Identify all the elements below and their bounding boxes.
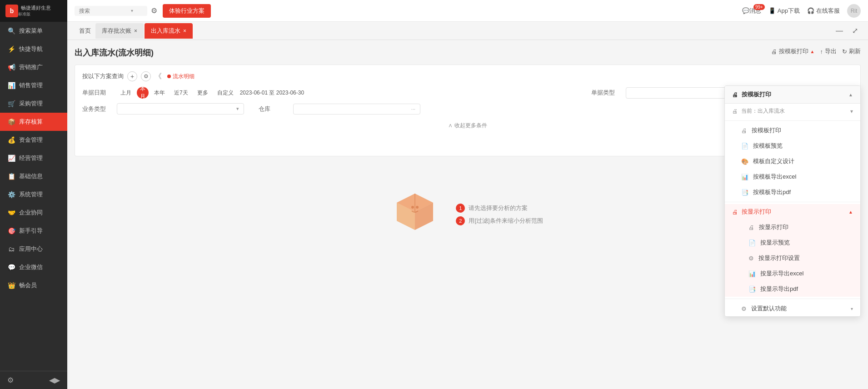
sidebar-item-system[interactable]: ⚙️ 系统管理 (0, 185, 67, 204)
sidebar-item-sales[interactable]: 📊 销售管理 (0, 76, 67, 95)
display-settings-label: 按显示打印设置 (758, 254, 800, 262)
sidebar-label-basic: 基础信息 (19, 172, 43, 180)
warehouse-input[interactable]: ··· (293, 104, 420, 115)
industry-btn[interactable]: 体验行业方案 (163, 4, 211, 18)
search-setting-btn[interactable]: ⚙ (141, 71, 151, 81)
template-export-excel-item[interactable]: 📊 按模板导出excel (725, 169, 860, 185)
date-tab-last-month[interactable]: 上月 (117, 88, 135, 98)
display-print-label: 按显示打印 (759, 223, 788, 231)
date-tab-current-month[interactable]: 本月 (137, 87, 149, 99)
sidebar-icon-marketing: 📢 (7, 63, 15, 71)
template-custom-item[interactable]: 🎨 模板自定义设计 (725, 154, 860, 169)
template-preview-label: 按模板预览 (753, 142, 783, 150)
sidebar-footer: ⚙ ◀▶ (0, 371, 67, 389)
tab-flow-close-icon[interactable]: × (183, 28, 186, 34)
online-service-btn[interactable]: 🎧 在线客服 (807, 7, 840, 15)
sidebar-icon-quicknav: ⚡ (7, 45, 15, 53)
search-collapse-btn[interactable]: 《 (155, 72, 162, 81)
display-section-label: 按显示打印 (742, 208, 771, 216)
date-field-label: 单据日期 (82, 89, 110, 97)
business-type-label: 业务类型 (82, 105, 110, 113)
sidebar-item-inventory[interactable]: 📦 库存核算 (0, 113, 67, 131)
topbar-gear-icon[interactable]: ⚙ (151, 6, 157, 15)
tab-flow-label: 出入库流水 (151, 27, 180, 35)
sidebar-label-operation: 经营管理 (19, 154, 43, 162)
date-tab-year[interactable]: 本年 (150, 88, 169, 98)
tab-batch[interactable]: 库存批次账 × (95, 23, 144, 39)
settings-footer-icon[interactable]: ⚙ (7, 376, 14, 384)
date-tab-7days[interactable]: 近7天 (170, 88, 192, 98)
empty-content: 1 请先选择要分析的方案 2 用[过滤]条件来缩小分析范围 (392, 189, 543, 244)
sidebar-item-purchase[interactable]: 🛒 采购管理 (0, 95, 67, 113)
business-type-input[interactable]: ▾ (117, 103, 244, 115)
tab-maximize-btn[interactable]: ⤢ (849, 25, 861, 36)
date-tab-custom[interactable]: 自定义 (214, 88, 237, 98)
svg-point-5 (411, 206, 414, 209)
display-print-item[interactable]: 🖨 按显示打印 (725, 219, 860, 235)
sidebar-icon-purchase: 🛒 (7, 100, 15, 108)
export-btn[interactable]: ↑ 导出 (820, 47, 837, 55)
dropdown-title: 按模板打印 (742, 90, 771, 99)
sidebar-item-apps[interactable]: 🗂 应用中心 (0, 240, 67, 258)
sidebar-item-guide[interactable]: 🎯 新手引导 (0, 222, 67, 240)
template-export-pdf-item[interactable]: 📑 按模板导出pdf (725, 185, 860, 200)
sidebar-label-guide: 新手引导 (19, 227, 43, 235)
collapse-footer-icon[interactable]: ◀▶ (49, 376, 60, 384)
display-excel-icon: 📊 (748, 270, 756, 277)
date-range-value: 2023-06-01 至 2023-06-30 (240, 89, 304, 97)
display-preview-label: 按显示预览 (760, 239, 790, 247)
print-btn[interactable]: 🖨 按模板打印 ▲ (771, 47, 815, 55)
sidebar-item-vip[interactable]: 👑 畅会员 (0, 276, 67, 294)
phone-icon: 📱 (768, 7, 776, 14)
app-download-btn[interactable]: 📱 App下载 (768, 7, 800, 15)
sidebar-label-search: 搜索菜单 (19, 27, 43, 35)
sidebar-item-operation[interactable]: 📈 经营管理 (0, 149, 67, 167)
logo-icon: b (5, 5, 18, 17)
tab-batch-close-icon[interactable]: × (134, 28, 137, 34)
tab-minimize-btn[interactable]: — (833, 25, 846, 36)
default-settings-icon: ⚙ (741, 305, 747, 312)
display-section-header[interactable]: 🖨 按显示打印 ▲ (725, 204, 860, 219)
warehouse-selector: ··· (293, 104, 420, 115)
sidebar-item-search[interactable]: 🔍 搜索菜单 (0, 22, 67, 40)
template-preview-item[interactable]: 📄 按模板预览 (725, 138, 860, 154)
sidebar-item-cooperation[interactable]: 🤝 企业协同 (0, 204, 67, 222)
sidebar-item-wechat[interactable]: 💬 企业微信 (0, 258, 67, 276)
display-export-excel-item[interactable]: 📊 按显示导出excel (725, 266, 860, 281)
sidebar: b 畅捷通好生意 标准版 🔍 搜索菜单 ⚡ 快捷导航 📢 营销推广 📊 销售管理… (0, 0, 67, 389)
sidebar-item-marketing[interactable]: 📢 营销推广 (0, 58, 67, 76)
template-print-icon: 🖨 (741, 127, 747, 134)
user-avatar[interactable]: Rit (847, 4, 861, 18)
tab-home[interactable]: 首页 (75, 23, 95, 39)
display-print-settings-item[interactable]: ⚙ 按显示打印设置 (725, 250, 860, 266)
tabbar-right: — ⤢ (833, 25, 861, 36)
sidebar-icon-finance: 💰 (7, 136, 15, 144)
svg-point-6 (416, 206, 419, 209)
date-tab-more[interactable]: 更多 (194, 88, 212, 98)
template-print-item[interactable]: 🖨 按模板打印 (725, 123, 860, 138)
top-actions: 🖨 按模板打印 ▲ ↑ 导出 ↻ 刷新 (771, 47, 861, 55)
message-btn[interactable]: 💬 消息 99+ (742, 7, 761, 15)
main-container: ▾ ⚙ 体验行业方案 💬 消息 99+ 📱 App下载 🎧 在线客服 Rit (67, 0, 868, 389)
headset-icon: 🎧 (807, 7, 814, 14)
refresh-btn[interactable]: ↻ 刷新 (842, 47, 861, 55)
sidebar-label-system: 系统管理 (19, 190, 43, 199)
business-type-dropdown-icon: ▾ (236, 106, 239, 112)
search-add-btn[interactable]: + (127, 71, 137, 81)
search-input[interactable] (79, 8, 129, 14)
sidebar-item-quicknav[interactable]: ⚡ 快捷导航 (0, 40, 67, 58)
topbar-search-box: ▾ (75, 6, 147, 16)
display-export-pdf-item[interactable]: 📑 按显示导出pdf (725, 281, 860, 297)
sidebar-item-basic[interactable]: 📋 基础信息 (0, 167, 67, 185)
tab-batch-label: 库存批次账 (102, 27, 131, 35)
message-badge: 99+ (753, 4, 765, 10)
default-settings-item[interactable]: ⚙ 设置默认功能 ▾ (725, 301, 860, 316)
sidebar-item-finance[interactable]: 💰 资金管理 (0, 131, 67, 149)
sidebar-icon-cooperation: 🤝 (7, 209, 15, 217)
display-preview-item[interactable]: 📄 按显示预览 (725, 235, 860, 250)
topbar-left: ▾ ⚙ 体验行业方案 (75, 4, 742, 18)
tab-flow[interactable]: 出入库流水 × (145, 23, 193, 39)
page-title: 出入库流水(流水明细) (75, 47, 861, 58)
app-logo: b 畅捷通好生意 标准版 (0, 0, 67, 22)
display-section-icon: 🖨 (732, 209, 738, 215)
